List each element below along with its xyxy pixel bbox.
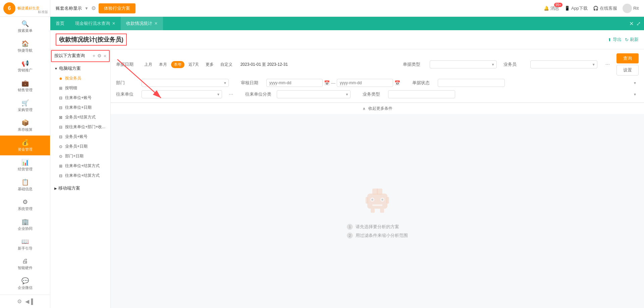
scheme-section-mobile-title[interactable]: ▶ 移动端方案 [50,183,110,193]
content-area: 收款情况统计(按业务员) ⬆ 导出 ↻ 刷新 [50,30,644,308]
settings-filter-btn[interactable]: 设置 [616,65,639,75]
header-right: 🔔 消息 99+ 📱 App下载 🎧 在线客服 Rit [544,4,639,13]
scheme-item-salesman-account[interactable]: ⊟ 业务员+账号 [50,132,110,142]
account-dropdown-btn[interactable]: ▼ [85,6,89,11]
tab-receipt[interactable]: 收款情况统计 ✕ [121,17,163,30]
partner-category-select[interactable] [277,90,351,98]
svg-rect-13 [380,209,384,213]
sidebar-item-wechat[interactable]: 💬 企业微信 [0,274,50,294]
scheme-item-salesman-date[interactable]: ⊙ 业务员+日期 [50,142,110,151]
date-tab-last7[interactable]: 近7天 [186,61,202,68]
empty-state: 1 请先选择要分析的方案 2 用过滤条件来缩小分析范围 [111,114,644,308]
biz-type-select[interactable] [388,90,455,98]
account-name: 账套名称显示 [56,5,82,11]
partner-select[interactable] [142,90,222,98]
sidebar-item-system[interactable]: ⚙ 系统管理 [0,195,50,215]
scheme-item-unit-settle1[interactable]: ⊞ 往来单位+结算方式 [50,161,110,171]
sidebar-item-sales[interactable]: 💼 销售管理 [0,76,50,96]
sidebar-item-search[interactable]: 🔍 搜索菜单 [0,17,50,37]
sidebar-item-quicknav[interactable]: 🏠 快捷导航 [0,37,50,56]
guide-icon: 📖 [21,238,29,245]
export-btn[interactable]: ⬆ 导出 [608,37,622,43]
scheme-item-salesman-settle[interactable]: ⊠ 业务员+结算方式 [50,112,110,122]
trial-btn[interactable]: 体验行业方案 [99,3,136,13]
tab-bank[interactable]: 现金银行流水查询 ✕ [70,17,121,30]
review-date-to[interactable] [337,79,393,87]
date-tab-this-year[interactable]: 本年 [171,61,184,68]
scheme-panel: 按以下方案查询 + ⚙ « ▼ 电脑端方案 [50,49,111,308]
scheme-item-by-salesman[interactable]: ● 按业务员 [50,73,110,83]
scheme-item-unit-date[interactable]: ⊟ 往来单位+日期 [50,103,110,112]
scheme-add-btn[interactable]: + [93,53,95,58]
sidebar-item-operation-label: 经营管理 [18,167,33,172]
review-date-from[interactable] [266,79,323,87]
scheme-item-unit-account[interactable]: ⊟ 往来单位+账号 [50,93,110,103]
sidebar-item-basic[interactable]: 📋 基础信息 [0,175,50,195]
scheme-settings-btn[interactable]: ⚙ [97,53,102,58]
svg-rect-11 [386,197,389,204]
home-icon: 🏠 [21,40,29,47]
scheme-item-by-detail[interactable]: ⊞ 按明细 [50,83,110,93]
scheme-item-unit-dept[interactable]: ⊟ 按往来单位+部门+收... [50,122,110,132]
sidebar-item-inventory[interactable]: 📦 库存核算 [0,116,50,136]
scheme-section-pc-title[interactable]: ▼ 电脑端方案 [50,63,110,73]
date-tab-last-month[interactable]: 上月 [142,61,155,68]
biz-type-label: 业务类型 [363,91,383,97]
scheme-item-unit-settle2[interactable]: ⊟ 往来单位+结算方式 [50,171,110,181]
tab-bank-label: 现金银行流水查询 [75,20,110,27]
sidebar-item-sales-label: 销售管理 [18,88,33,93]
partner-more-btn[interactable]: ··· [229,91,233,97]
service-label: 在线客服 [600,5,617,11]
logo-area: 6 畅捷通好生意 标准版 [0,0,50,17]
collapse-bar[interactable]: ∧ 收起更多条件 [111,103,644,114]
dept-select[interactable] [142,79,229,87]
window-expand-btn[interactable]: ⤢ [636,20,641,27]
sidebar-item-hardware[interactable]: 🖨 智能硬件 [0,254,50,274]
user-btn[interactable]: Rit [623,4,639,13]
sidebar-item-operation[interactable]: 📊 经营管理 [0,155,50,175]
window-close-btn[interactable]: ✕ [629,20,634,27]
partner-category-label: 往来单位分类 [245,91,271,97]
sidebar-item-finance[interactable]: 💰 资金管理 [0,136,50,155]
date-tab-custom[interactable]: 自定义 [218,61,235,68]
sidebar-item-enterprise[interactable]: 🏢 企业协同 [0,215,50,235]
query-btn[interactable]: 查询 [616,53,639,63]
top-header: 账套名称显示 ▼ ⚙ 体验行业方案 🔔 消息 99+ 📱 App下载 🎧 在线客… [50,0,644,17]
doc-status-select[interactable] [438,79,505,87]
refresh-btn[interactable]: ↻ 刷新 [625,37,639,43]
tab-receipt-close-btn[interactable]: ✕ [154,21,158,26]
partner-category-select-wrapper [277,90,351,98]
msg-btn[interactable]: 🔔 消息 99+ [544,5,559,11]
header-settings-btn[interactable]: ⚙ [91,5,96,11]
clock-icon: ⊙ [58,144,63,149]
collapse-sidebar-btn[interactable]: ◀▐ [25,298,33,305]
date-range-display: 2023-01-01 至 2023-12-31 [240,62,288,67]
empty-tip-1: 1 请先选择要分析的方案 [347,224,408,230]
calendar-to-icon[interactable]: 📅 [394,80,400,86]
operation-icon: 📊 [21,159,29,166]
settings-footer-btn[interactable]: ⚙ [17,298,22,305]
tab-home[interactable]: 首页 [50,17,70,30]
inventory-icon: 📦 [21,119,29,126]
scheme-collapse-btn[interactable]: « [104,53,106,58]
partner-select-wrapper [142,90,222,98]
sidebar-item-guide[interactable]: 📖 新手引导 [0,235,50,254]
tab-bank-close-btn[interactable]: ✕ [112,21,115,26]
salesman-more-btn[interactable]: ··· [605,61,610,67]
calendar-from-icon[interactable]: 📅 [324,80,330,86]
date-tab-more[interactable]: 更多 [203,61,216,68]
sidebar-item-purchase[interactable]: 🛒 采购管理 [0,96,50,116]
review-date-label: 审核日期 [241,80,261,86]
salesman-select[interactable] [530,60,597,68]
sidebar-item-marketing[interactable]: 📢 营销推广 [0,56,50,76]
dept-label: 部门 [116,80,136,86]
marketing-icon: 📢 [21,60,29,67]
doc-type-label: 单据类型 [403,61,423,67]
download-btn[interactable]: 📱 App下载 [565,5,588,11]
scheme-item-dept-date[interactable]: ⊙ 部门+日期 [50,151,110,161]
avatar [623,4,632,13]
service-btn[interactable]: 🎧 在线客服 [593,5,617,11]
sidebar-item-finance-label: 资金管理 [18,147,33,152]
date-tab-this-month[interactable]: 本月 [156,61,170,68]
doc-type-select[interactable] [430,60,497,68]
